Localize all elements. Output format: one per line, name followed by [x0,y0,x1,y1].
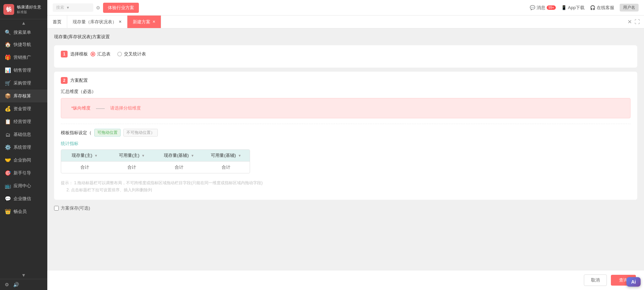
indicator-settings-label: 模板指标设定（ 可拖动位置 不可拖动位置） [61,129,630,137]
sidebar-scroll-down[interactable]: ▼ [0,271,47,279]
content-area: 现存量(库存状况表)方案设置 1 选择模板 汇总表 交叉统计表 [47,28,644,270]
sidebar-item-quick-nav[interactable]: 🏠 快捷导航 [0,38,47,51]
enterprise-icon: 🤝 [5,157,11,163]
step2-section: 2 方案配置 汇总维度（必选） *纵向维度 —— 请选择分组维度 模板指标设定（… [54,72,637,200]
window-expand-button[interactable]: ⛶ [635,19,640,25]
radio-cross[interactable]: 交叉统计表 [117,51,146,57]
sidebar-item-finance[interactable]: 💰 资金管理 [0,102,47,115]
stats-header-cell-2[interactable]: 可用量(主) ▼ [108,150,156,161]
stats-table: 现存量(主) ▼ 可用量(主) ▼ 现存量(基辅 [61,149,250,173]
sidebar-item-system[interactable]: ⚙️ 系统管理 [0,141,47,154]
message-icon: 💬 [530,5,535,10]
audio-icon[interactable]: 🔊 [13,282,19,287]
stats-body-cell-1: 合计 [61,161,108,173]
topbar-search-text: 搜索 [56,5,64,10]
stats-header-cell-3[interactable]: 现存量(基辅) ▼ [155,150,203,161]
stats-body-cell-4: 合计 [203,161,250,173]
tab-inventory-label: 现存量（库存状况表） [73,19,117,25]
stats-body-cell-3: 合计 [155,161,203,173]
sidebar-item-marketing[interactable]: 🎁 营销推广 [0,51,47,64]
radio-summary-dot [91,52,95,56]
dimension-dash: —— [96,106,105,111]
dimension-required-text: *纵向维度 [71,105,91,111]
step2-number: 2 [61,77,68,84]
cancel-button[interactable]: 取消 [584,274,607,286]
stats-body-cell-2: 合计 [108,161,156,173]
tab-new-plan[interactable]: 新建方案 ✕ [127,16,161,28]
search-menu-icon: 🔍 [5,29,11,35]
stats-body-col-2: 合计 [108,161,156,173]
stats-col-4: 可用量(基辅) ▼ [203,150,250,161]
hint-2: 2. 点击标题栏下拉可设置排序、插入列和删除列 [61,187,630,193]
hint-2-text: 2. 点击标题栏下拉可设置排序、插入列和删除列 [67,188,152,192]
radio-summary[interactable]: 汇总表 [91,51,110,57]
member-icon: 👑 [5,209,11,215]
sidebar-item-inventory[interactable]: 📦 库存核算 [0,90,47,102]
step1-header: 1 选择模板 汇总表 交叉统计表 [61,51,630,57]
sidebar-item-app-center[interactable]: 📺 应用中心 [0,179,47,192]
message-badge: 99+ [547,5,556,10]
sidebar-logo: 畅 畅康通好生意 标准版 [0,0,47,19]
footer-bar: 取消 查询 [47,270,644,290]
operations-icon: 📋 [5,119,11,125]
basic-info-icon: 🗂 [5,132,11,138]
stats-table-header: 现存量(主) ▼ 可用量(主) ▼ 现存量(基辅 [61,150,250,161]
tab-home[interactable]: 首页 [47,16,67,28]
dimension-box[interactable]: *纵向维度 —— 请选择分组维度 [61,98,630,118]
sidebar-item-basic-info[interactable]: 🗂 基础信息 [0,128,47,141]
tab-new-plan-close-icon[interactable]: ✕ [152,20,155,24]
message-button[interactable]: 💬 消息 99+ [530,5,556,11]
stats-title: 统计指标 [61,141,630,147]
app-edition: 标准版 [17,10,41,15]
new-guide-icon: 🎯 [5,170,11,176]
ai-badge[interactable]: Ai [626,277,641,287]
tabbar: 首页 现存量（库存状况表） ✕ 新建方案 ✕ ✕ ⛶ [47,16,644,28]
save-checkbox[interactable] [54,206,59,211]
sales-icon: 📊 [5,67,11,73]
col4-chevron-icon: ▼ [238,154,241,158]
stats-header-label-2: 可用量(主) [119,152,140,159]
logo-icon: 畅 [3,4,14,15]
sidebar-item-search-menu[interactable]: 🔍 搜索菜单 [0,27,47,38]
stats-body-col-1: 合计 [61,161,108,173]
stats-col-3: 现存量(基辅) ▼ [155,150,203,161]
radio-summary-label: 汇总表 [97,51,110,57]
sidebar-item-enterprise-wechat[interactable]: 💬 企业微信 [0,192,47,205]
purchase-icon: 🛒 [5,80,11,86]
stats-header-cell-1[interactable]: 现存量(主) ▼ [61,150,108,161]
radio-cross-dot [117,52,122,56]
stats-table-row: 合计 合计 合计 合计 [61,161,250,173]
template-radio-group: 汇总表 交叉统计表 [91,51,146,57]
app-download-icon: 📱 [561,5,567,10]
topbar-search-box[interactable]: 搜索 ▼ [53,3,93,12]
industry-plan-button[interactable]: 体验行业方案 [103,3,139,13]
stats-header-label-1: 现存量(主) [72,152,92,159]
sidebar-item-purchase[interactable]: 🛒 采购管理 [0,77,47,90]
topbar-gear-icon[interactable]: ⚙ [96,5,100,10]
sidebar-item-enterprise[interactable]: 🤝 企业协同 [0,154,47,167]
marketing-icon: 🎁 [5,54,11,61]
tab-inventory-close-icon[interactable]: ✕ [119,20,122,24]
sidebar-item-member[interactable]: 👑 畅会员 [0,205,47,218]
save-option: 方案保存(可选) [54,205,637,211]
stats-header-cell-4[interactable]: 可用量(基辅) ▼ [203,150,250,161]
step2-header: 2 方案配置 [61,77,630,84]
online-service-button[interactable]: 🎧 在线客服 [590,5,614,11]
user-avatar[interactable]: 用户名 [620,4,639,11]
sidebar-item-operations[interactable]: 📋 经营管理 [0,115,47,128]
sidebar: 畅 畅康通好生意 标准版 ▲ 🔍 搜索菜单 🏠 快捷导航 🎁 营销推广 📊 销售… [0,0,47,290]
hint-1-text: 1.拖动标题栏可以调整布局，不可跨维度或指标区域拖动栏目字段(只能在同一维度或指… [74,180,263,185]
step2-title: 方案配置 [70,77,88,83]
stats-body-col-3: 合计 [155,161,203,173]
sidebar-item-sales[interactable]: 📊 销售管理 [0,64,47,77]
enterprise-wechat-icon: 💬 [5,196,11,202]
settings-icon[interactable]: ⚙ [5,282,9,287]
window-close-button[interactable]: ✕ [627,19,632,25]
tab-new-plan-label: 新建方案 [133,19,150,25]
sidebar-item-new-guide[interactable]: 🎯 新手引导 [0,167,47,179]
quick-nav-icon: 🏠 [5,42,11,48]
step1-number: 1 [61,51,68,57]
sidebar-scroll-up[interactable]: ▲ [0,19,47,27]
app-download-button[interactable]: 📱 App下载 [561,5,585,11]
tab-inventory-status[interactable]: 现存量（库存状况表） ✕ [67,16,127,28]
